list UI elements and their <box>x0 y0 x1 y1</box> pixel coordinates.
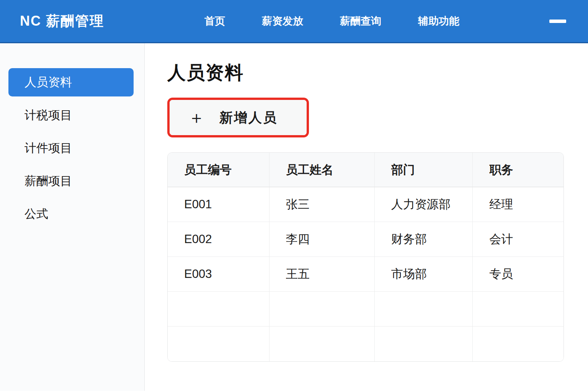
cell-employee-id <box>168 292 270 327</box>
nav-item-salary-payout[interactable]: 薪资发放 <box>262 14 303 28</box>
table-row[interactable]: E002 李四 财务部 会计 <box>168 222 564 257</box>
sidebar-item-personnel[interactable]: 人员资料 <box>8 68 134 96</box>
cell-position <box>473 327 564 361</box>
table-row-empty[interactable] <box>168 327 564 361</box>
cell-employee-name <box>270 292 375 327</box>
cell-employee-name: 张三 <box>270 187 375 222</box>
nav-item-auxiliary[interactable]: 辅助功能 <box>418 14 459 28</box>
table-row[interactable]: E003 王五 市场部 专员 <box>168 257 564 292</box>
main-content: 人员资料 ＋ 新增人员 员工编号 员工姓名 部门 职务 <box>145 43 588 391</box>
cell-department: 市场部 <box>375 257 473 292</box>
nav-item-home[interactable]: 首页 <box>204 14 225 28</box>
column-header-employee-name: 员工姓名 <box>270 153 375 187</box>
column-header-employee-id: 员工编号 <box>168 153 270 187</box>
table-row[interactable]: E001 张三 人力资源部 经理 <box>168 187 564 222</box>
sidebar-item-piecework-items[interactable]: 计件项目 <box>8 134 134 162</box>
cell-position: 经理 <box>473 187 564 222</box>
cell-employee-id <box>168 327 270 361</box>
table-row-empty[interactable] <box>168 292 564 327</box>
add-employee-label: 新增人员 <box>219 109 278 127</box>
highlight-annotation-box: ＋ 新增人员 <box>167 98 309 137</box>
sidebar-item-salary-items[interactable]: 薪酬项目 <box>8 167 134 195</box>
cell-position: 专员 <box>473 257 564 292</box>
top-header: NC 薪酬管理 首页 薪资发放 薪酬查询 辅助功能 <box>0 0 588 43</box>
layout: 人员资料 计税项目 计件项目 薪酬项目 公式 人员资料 ＋ 新增人员 员工编号 <box>0 43 588 391</box>
nav-item-salary-query[interactable]: 薪酬查询 <box>340 14 381 28</box>
column-header-position: 职务 <box>473 153 564 187</box>
cell-employee-id: E002 <box>168 222 270 257</box>
cell-position <box>473 292 564 327</box>
cell-department: 财务部 <box>375 222 473 257</box>
cell-employee-id: E003 <box>168 257 270 292</box>
minimize-button[interactable] <box>549 15 567 27</box>
app-title: NC 薪酬管理 <box>20 12 104 31</box>
page-title: 人员资料 <box>167 60 588 85</box>
add-employee-button[interactable]: ＋ 新增人员 <box>170 100 307 135</box>
cell-position: 会计 <box>473 222 564 257</box>
cell-employee-name: 王五 <box>270 257 375 292</box>
column-header-department: 部门 <box>375 153 473 187</box>
cell-department <box>375 327 473 361</box>
employee-table: 员工编号 员工姓名 部门 职务 E001 张三 人力资源部 经理 E002 李四… <box>167 152 564 362</box>
sidebar: 人员资料 计税项目 计件项目 薪酬项目 公式 <box>0 43 145 391</box>
cell-department <box>375 292 473 327</box>
table-header-row: 员工编号 员工姓名 部门 职务 <box>168 153 564 187</box>
cell-employee-id: E001 <box>168 187 270 222</box>
cell-employee-name <box>270 327 375 361</box>
sidebar-item-tax-items[interactable]: 计税项目 <box>8 101 134 129</box>
sidebar-item-formula[interactable]: 公式 <box>8 200 134 228</box>
top-nav: 首页 薪资发放 薪酬查询 辅助功能 <box>204 14 459 28</box>
cell-department: 人力资源部 <box>375 187 473 222</box>
plus-icon: ＋ <box>188 109 205 126</box>
minimize-icon <box>549 20 566 23</box>
cell-employee-name: 李四 <box>270 222 375 257</box>
